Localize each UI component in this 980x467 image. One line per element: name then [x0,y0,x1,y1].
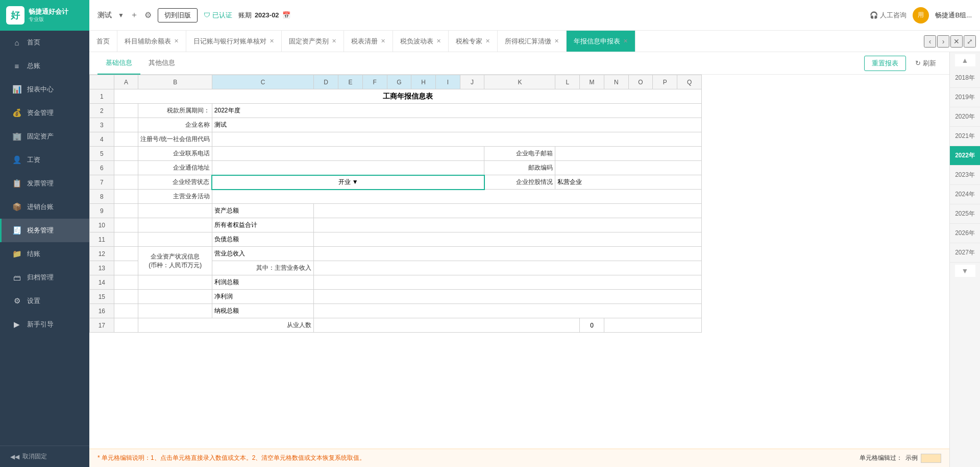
sidebar-item-guide[interactable]: ▶新手引导 [0,313,89,336]
cell-5C[interactable] [212,147,484,161]
tab-assets_cat[interactable]: 固定资产类别✕ [282,31,344,52]
cell-14C: 利润总额 [212,275,314,290]
col-Q: Q [677,75,702,89]
year-item-2026[interactable]: 2026年 [950,224,980,243]
tab-label: 固定资产类别 [289,37,329,46]
tab-tax_wave[interactable]: 税负波动表✕ [393,31,449,52]
tab-annual[interactable]: 年报信息申报表✕ [567,31,635,52]
year-item-2025[interactable]: 2025年 [950,204,980,224]
year-item-2024[interactable]: 2024年 [950,185,980,204]
tab-close-icon[interactable]: ✕ [270,38,274,44]
col-H: H [411,75,436,89]
calendar-icon[interactable]: 📅 [282,11,290,19]
sidebar-item-home[interactable]: ⌂首页 [0,31,89,54]
tab-tax_check[interactable]: 税检专家✕ [449,31,498,52]
cell-14D[interactable] [314,275,702,290]
collapse-icon: ◀◀ [10,453,19,460]
year-item-2022[interactable]: 2022年 [950,146,980,166]
cell-17D[interactable] [314,318,580,333]
row-num-9: 9 [90,204,114,218]
tab-close-icon[interactable]: ✕ [381,38,385,44]
sidebar-item-assets[interactable]: 🏢固定资产 [0,125,89,148]
sidebar-item-settings[interactable]: ⚙设置 [0,289,89,313]
cell-16D[interactable] [314,304,702,318]
reset-report-btn[interactable]: 重置报表 [864,56,906,71]
tab-journal[interactable]: 日记账与银行对账单核对✕ [186,31,282,52]
tab-close-icon[interactable]: ✕ [485,38,490,44]
sidebar-item-reports[interactable]: 📊报表中心 [0,78,89,101]
sidebar-item-ledger[interactable]: ≡总账 [0,54,89,78]
cell-5K[interactable] [555,147,702,161]
cell-12D[interactable] [314,247,702,261]
tab-close-icon[interactable]: ✕ [623,38,628,44]
year-item-2018[interactable]: 2018年 [950,68,980,88]
cell-17N[interactable] [604,318,701,333]
company-dropdown-icon[interactable]: ▼ [118,12,124,19]
cell-6C[interactable] [212,161,484,175]
year-scroll-down-btn[interactable]: ▼ [955,265,975,277]
year-nav-bottom: ▼ [950,263,980,279]
sidebar-item-closing[interactable]: 📁结账 [0,242,89,266]
sub-tab-basic[interactable]: 基础信息 [97,52,140,75]
sidebar-item-invoice[interactable]: 📋发票管理 [0,172,89,195]
sidebar-item-tax[interactable]: 🧾税务管理 [0,219,89,242]
cell-7K[interactable]: 私营企业 [555,175,702,190]
tab-prev-btn[interactable]: ‹ [924,35,936,48]
col-J: J [460,75,484,89]
tab-aux[interactable]: 科目辅助余额表✕ [117,31,186,52]
sidebar-item-capital[interactable]: 💰资金管理 [0,101,89,125]
cell-5J: 企业电子邮箱 [484,147,555,161]
col-G: G [387,75,411,89]
main-area: 测试 ▼ ＋ ⚙ 切到旧版 🛡 已认证 账期 2023-02 📅 🎧 人工咨询 … [89,0,980,467]
sidebar-item-archive[interactable]: 🗃归档管理 [0,266,89,289]
cell-2C[interactable]: 2022年度 [212,104,701,118]
year-item-2020[interactable]: 2020年 [950,107,980,127]
col-C: C [212,75,314,89]
cell-11D[interactable] [314,232,702,247]
year-item-2023[interactable]: 2023年 [950,166,980,185]
row-num-2: 2 [90,104,114,118]
cell-10C: 所有者权益合计 [212,218,314,232]
cell-15B [138,290,212,304]
tab-next-btn[interactable]: › [937,35,949,48]
table-title[interactable]: 工商年报信息表 [114,89,701,104]
cell-17M[interactable]: 0 [580,318,604,333]
year-item-2021[interactable]: 2021年 [950,127,980,146]
add-company-btn[interactable]: ＋ [130,10,138,20]
sidebar-item-wages[interactable]: 👤工资 [0,148,89,172]
content-area: 基础信息 其他信息 重置报表 ↻ 刷新 A [89,52,980,467]
cell-13D[interactable] [314,261,702,275]
tab-tax_table[interactable]: 税表清册✕ [344,31,393,52]
cell-15D[interactable] [314,290,702,304]
sub-tab-other[interactable]: 其他信息 [140,52,183,75]
year-scroll-up-btn[interactable]: ▲ [955,54,975,66]
cell-9D[interactable] [314,204,702,218]
year-item-2027[interactable]: 2027年 [950,243,980,263]
cell-8C[interactable] [212,190,701,204]
sidebar-item-label: 归档管理 [27,273,54,282]
settings-icon[interactable]: ⚙ [144,10,152,20]
tab-close-icon[interactable]: ✕ [332,38,336,44]
tab-close-icon[interactable]: ✕ [174,38,179,44]
row-num-17: 17 [90,318,114,333]
refresh-btn[interactable]: ↻ 刷新 [910,56,941,71]
col-E: E [338,75,363,89]
user-avatar[interactable]: 用 [913,7,929,24]
tab-fullscreen-btn[interactable]: ⤢ [964,35,976,48]
tab-home[interactable]: 首页 [89,31,117,52]
cell-6K[interactable] [555,161,702,175]
tab-close-icon[interactable]: ✕ [554,38,559,44]
sidebar-collapse-btn[interactable]: ◀◀ 取消固定 [0,446,89,467]
tab-close-all-btn[interactable]: ✕ [950,35,963,48]
spreadsheet-wrapper[interactable]: A B C D E F G H I J K L M [89,75,949,449]
cell-7C-dropdown[interactable]: 开业 ▼ [212,175,484,190]
cell-3C[interactable]: 测试 [212,118,701,132]
cell-4C[interactable] [212,132,701,147]
cell-10D[interactable] [314,218,702,232]
year-item-2019[interactable]: 2019年 [950,88,980,107]
tab-income_tax[interactable]: 所得税汇算清缴✕ [498,31,567,52]
sidebar-item-inventory[interactable]: 📦进销台账 [0,195,89,219]
tab-close-icon[interactable]: ✕ [436,38,441,44]
service-btn[interactable]: 🎧 人工咨询 [870,11,906,20]
switch-old-btn[interactable]: 切到旧版 [158,8,198,22]
